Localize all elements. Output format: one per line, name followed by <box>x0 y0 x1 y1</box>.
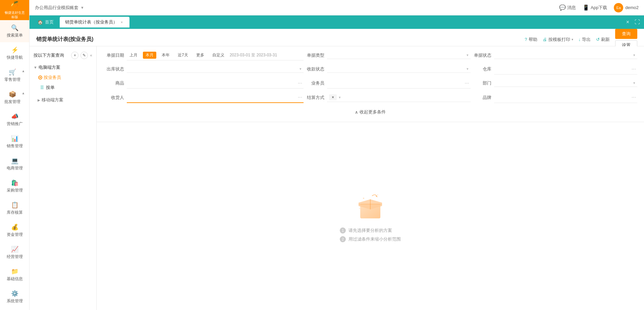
print-template-button[interactable]: 🖨 按模板打印 ▾ <box>543 37 573 43</box>
sidebar-item-label: 资金管理 <box>7 232 23 238</box>
sidebar-logo: 🍊 畅捷送好生意标版 <box>0 0 30 20</box>
tab-sales-report[interactable]: 销货单统计表（按业务员） × <box>60 17 129 28</box>
brand-dots[interactable]: ··· <box>630 94 637 100</box>
sidebar-item-marketing[interactable]: 📣 营销推广 <box>0 109 29 131</box>
export-icon: ↓ <box>579 37 581 42</box>
sub-item-label: 按单 <box>46 85 55 91</box>
date-btn-last-month[interactable]: 上月 <box>127 52 140 59</box>
message-button[interactable]: 💬 消息 <box>559 4 576 11</box>
consignee-input[interactable] <box>127 93 297 101</box>
sidebar-item-enterprise[interactable]: 🤝 企业协同 <box>0 308 29 310</box>
settlement-tag-close[interactable]: × <box>332 95 334 100</box>
avatar: Ea <box>614 3 623 12</box>
desktop-group-expand-icon: ▼ <box>34 65 37 69</box>
out-status-select[interactable]: ▾ <box>127 65 304 73</box>
refresh-button[interactable]: ↺ 刷新 <box>596 37 610 43</box>
retail-icon: 🛒 <box>9 68 16 76</box>
filter-row-3: 商品 ··· 业务员 ··· <box>103 78 637 89</box>
sidebar-item-system[interactable]: ⚙️ 系统管理 <box>0 286 29 308</box>
export-label: 导出 <box>582 37 591 43</box>
goods-input[interactable] <box>127 79 297 87</box>
sidebar-item-label: 快捷导航 <box>7 55 23 60</box>
scheme-collapse-button[interactable]: « <box>90 53 92 58</box>
salesman-input[interactable] <box>327 79 463 87</box>
operations-icon: 📈 <box>11 246 18 253</box>
scheme-add-button[interactable]: + <box>71 52 78 59</box>
scheme-item-by-order[interactable]: ☰ 按单 <box>30 83 96 93</box>
active-scheme-dot <box>39 76 42 79</box>
sidebar-item-retail[interactable]: 🛒 零售管理 ▲ <box>0 64 29 87</box>
goods-dots[interactable]: ··· <box>297 80 304 86</box>
content: 销货单统计表(按业务员) ? 帮助 🖨 按模板打印 ▾ ↓ 导出 ↺ 刷新 <box>30 29 644 310</box>
sidebar-item-inventory[interactable]: 📋 库存核算 <box>0 197 29 219</box>
scheme-edit-button[interactable]: ✎ <box>80 52 88 59</box>
scheme-panel-title: 按以下方案查询 <box>34 52 64 58</box>
filter-item-out-status: 出库状态 ▾ <box>103 65 304 73</box>
help-icon: ? <box>525 37 527 42</box>
salesman-dots[interactable]: ··· <box>463 80 470 86</box>
date-label: 单据日期 <box>103 52 127 58</box>
settlement-tag: × <box>329 94 337 100</box>
tab-home[interactable]: 🏠 首页 <box>32 17 59 28</box>
collapse-label: 收起更多条件 <box>360 109 386 115</box>
tab-close-icon[interactable]: × <box>119 20 124 24</box>
sidebar-item-wholesale[interactable]: 📦 批发管理 ▲ <box>0 87 29 109</box>
desktop-group-header[interactable]: ▼ 电脑端方案 <box>30 62 96 72</box>
receipt-status-select[interactable]: ▾ <box>327 65 471 73</box>
department-select[interactable]: ▾ <box>494 80 638 87</box>
filter-item-order-status: 单据状态 ▾ <box>471 52 638 59</box>
date-btn-this-month[interactable]: 本月 <box>143 52 156 59</box>
date-btn-more[interactable]: 更多 <box>194 52 207 59</box>
help-label: 帮助 <box>529 37 537 43</box>
sidebar-item-operations[interactable]: 📈 经营管理 <box>0 242 29 264</box>
window-close-button[interactable]: × <box>625 18 631 27</box>
warehouse-dots[interactable]: ··· <box>630 66 637 72</box>
filter-item-warehouse: 仓库 ··· <box>471 64 638 74</box>
avatar-text: Ea <box>616 6 621 10</box>
collapse-more-button[interactable]: ∧ 收起更多条件 <box>103 106 637 118</box>
sidebar-item-basic[interactable]: 📁 基础信息 <box>0 264 29 286</box>
date-btn-custom[interactable]: 自定义 <box>210 52 227 59</box>
retail-arrow-icon: ▲ <box>22 69 25 73</box>
search-icon: 🔍 <box>11 24 18 32</box>
tab-bar-right: × ⛶ <box>625 18 641 27</box>
tip-2-num: 2 <box>340 236 346 242</box>
filter-item-department: 部门 ▾ <box>471 80 638 87</box>
scheme-item-by-salesman[interactable]: 按业务员 <box>30 72 96 83</box>
sidebar-item-finance[interactable]: 💰 资金管理 <box>0 219 29 242</box>
tab-home-label: 首页 <box>45 19 54 25</box>
user-profile-button[interactable]: Ea demo2 <box>614 3 639 12</box>
query-button[interactable]: 查询 <box>615 29 637 39</box>
filter-body: 按以下方案查询 + ✎ « ▼ 电脑端方案 按业务员 <box>30 46 644 310</box>
sidebar-item-search[interactable]: 🔍 搜索菜单 <box>0 20 29 42</box>
export-button[interactable]: ↓ 导出 <box>579 37 591 43</box>
print-label: 按模板打印 <box>548 37 570 43</box>
brand-input[interactable] <box>494 94 630 101</box>
empty-tip-2: 2 用过滤条件来缩小分析范围 <box>340 236 401 242</box>
mobile-group-header[interactable]: ▶ 移动端方案 <box>30 95 96 105</box>
window-maximize-button[interactable]: ⛶ <box>633 18 641 27</box>
sidebar-item-purchase[interactable]: 🛍️ 采购管理 <box>0 175 29 197</box>
refresh-label: 刷新 <box>601 37 610 43</box>
help-button[interactable]: ? 帮助 <box>525 37 537 43</box>
sidebar-item-label: 系统管理 <box>7 298 23 304</box>
sidebar-item-quick-nav[interactable]: ⚡ 快捷导航 <box>0 42 29 64</box>
sidebar-item-ecommerce[interactable]: 💻 电商管理 <box>0 153 29 175</box>
empty-state: 1 请先选择要分析的方案 2 用过滤条件来缩小分析范围 <box>340 190 401 242</box>
date-btn-last-7-days[interactable]: 近7天 <box>175 52 191 59</box>
desktop-group-label: 电脑端方案 <box>39 64 60 70</box>
out-status-arrow: ▾ <box>300 67 302 71</box>
breadcrumb-dropdown-icon[interactable]: ▾ <box>81 5 84 10</box>
app-download-button[interactable]: 📱 App下载 <box>583 4 607 11</box>
empty-tips: 1 请先选择要分析的方案 2 用过滤条件来缩小分析范围 <box>340 227 401 242</box>
consignee-dots[interactable]: ··· <box>297 94 304 100</box>
order-status-select[interactable]: ▾ <box>494 52 638 59</box>
app-download-icon: 📱 <box>583 4 589 11</box>
collapse-icon: ∧ <box>355 110 358 115</box>
warehouse-input[interactable] <box>494 65 630 73</box>
sidebar-item-sales[interactable]: 📊 销售管理 <box>0 131 29 153</box>
date-btn-this-year[interactable]: 本年 <box>159 52 172 59</box>
date-filter: 上月 本月 本年 近7天 更多 自定义 2023-03-01 至 2023-03… <box>127 50 304 60</box>
filter-item-goods: 商品 ··· <box>103 78 304 89</box>
order-type-select[interactable]: ▾ <box>327 52 471 59</box>
